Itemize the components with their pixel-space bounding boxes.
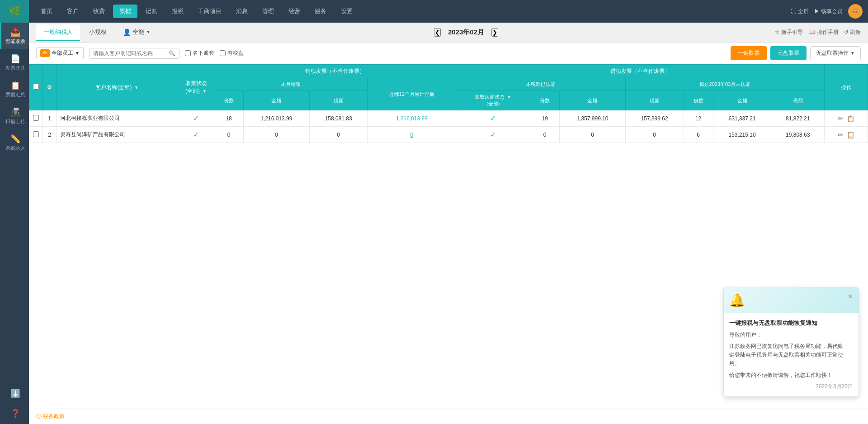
tab-all[interactable]: 👤 全能 ▼ [116,24,158,41]
cert-filter-icon: ▼ [507,95,511,100]
topnav-item-message[interactable]: 消息 [230,5,254,18]
issue-invoice-icon: 📄 [10,54,20,64]
th-sales-tax: 税额 [309,91,368,110]
scan-upload-icon: 📠 [10,107,20,117]
row-cumulative[interactable]: 0 [368,127,456,143]
prev-month-button[interactable]: ❮ [434,28,441,37]
th-checkbox[interactable] [29,65,43,110]
th-sales-monthly: 本月销项 [214,78,368,91]
topnav-item-accounting[interactable]: 记账 [139,5,164,18]
topnav-item-settings[interactable]: 设置 [335,5,359,18]
no-disk-op-dropdown-icon: ▼ [850,51,855,56]
checkbox-accounts[interactable]: 名下账套 [185,49,214,57]
notification-scroll[interactable]: 尊敬的用户： 江苏政务网已恢复访问电子税务局功能，易代账一键登陆电子税务局与无盘… [729,331,853,391]
cumulative-link[interactable]: 0 [410,132,414,138]
topnav-item-invoice[interactable]: 票据 [113,5,137,18]
accounts-checkbox[interactable] [185,50,191,56]
row-purchase-deadline-count: 12 [684,110,713,127]
sidebar-item-label: 票据汇总 [5,91,25,98]
detail-action-icon[interactable]: 📋 [846,114,855,123]
topnav-item-home[interactable]: 首页 [34,5,59,18]
sidebar-item-download[interactable]: ⬇️ [0,384,29,404]
all-tab-dropdown-icon[interactable]: ▼ [146,29,151,34]
notification-greeting: 尊敬的用户： [729,331,853,339]
next-month-button[interactable]: ❯ [491,28,498,37]
edit-action-icon[interactable]: ✏ [837,114,844,123]
topnav-item-service[interactable]: 服务 [308,5,333,18]
tax-policy-link[interactable]: ① 税务政策 [36,413,65,419]
taxdisk-checkbox[interactable] [220,50,226,56]
table-row: 2 灵寿县尚泽矿产品有限公司 ✓ 0 0 0 0 ✓ 0 0 0 6 153,2… [29,127,868,143]
th-purchase-current-period: 本税期已认证 [456,78,625,91]
row-checkbox[interactable] [29,127,43,143]
row-actions: ✏ 📋 [825,110,868,127]
th-settings-icon[interactable]: ⚙ [43,65,57,110]
filterbar: 全 全部员工 ▼ 🔍 名下账套 有税盘 一键取票 无盘取票 无盘取票操作 [29,43,868,64]
fullscreen-btn[interactable]: ⛶ 全屏 [791,8,808,15]
new-guide-btn[interactable]: ☆ 新手引导 [774,29,803,36]
row-cumulative[interactable]: 1,216,013.99 [368,110,456,127]
sidebar-item-scan-upload[interactable]: 📠 扫描上传 [0,103,29,129]
tab-small[interactable]: 小规模 [82,24,114,41]
sidebar-item-smart-collect[interactable]: 📥 智能取票 [0,23,29,49]
th-purchase-current-amount: 金额 [560,91,626,110]
topnav: 首页 客户 收费 票据 记账 报税 工商项目 消息 管理 经营 服务 设置 ⛶ … [29,0,868,23]
smart-collect-icon: 📥 [10,27,20,37]
one-click-collect-button[interactable]: 一键取票 [731,46,767,60]
topnav-item-business[interactable]: 工商项目 [192,5,228,18]
checkbox-taxdisk[interactable]: 有税盘 [220,49,244,57]
cumulative-link[interactable]: 1,216,013.99 [396,115,428,122]
topnav-item-manage[interactable]: 管理 [256,5,280,18]
topnav-item-billing[interactable]: 收费 [87,5,111,18]
customer-filter-icon: ▼ [134,85,139,90]
table-row: 1 河北柯搂栎实业有限公司 ✓ 18 1,216,013.99 158,081.… [29,110,868,127]
search-input[interactable] [93,50,167,57]
row-sales-amount: 0 [244,127,310,143]
row-sales-amount: 1,216,013.99 [244,110,310,127]
row-sales-count: 0 [214,127,244,143]
th-sales-amount: 金额 [244,91,310,110]
manual-btn[interactable]: 📖 操作手册 [808,29,838,36]
topnav-item-tax[interactable]: 报税 [165,5,190,18]
no-disk-collect-button[interactable]: 无盘取票 [770,46,807,60]
sidebar-item-label: 扫描上传 [5,118,25,125]
invoice-table: ⚙ 客户名称(全部) ▼ 取票状态(全部) ▼ 销项发票（不含作废票） 进项发票… [29,64,868,143]
row-sales-tax: 0 [309,127,368,143]
th-sales-count: 份数 [214,91,244,110]
row-checkbox[interactable] [29,110,43,127]
th-purchase-group: 进项发票（不含作废票） [456,65,825,78]
th-purchase-deadline-count: 份数 [684,91,713,110]
sidebar-item-data-entry[interactable]: ✏️ 票据录入 [0,129,29,156]
select-all-checkbox[interactable] [33,84,39,90]
sidebar-item-issue-invoice[interactable]: 📄 发票开具 [0,49,29,76]
row-index: 2 [43,127,57,143]
search-icon[interactable]: 🔍 [169,50,175,57]
th-purchase-cert-status[interactable]: 获取认证状态 ▼(全部) [456,91,530,110]
logo-icon: 🌿 [9,5,21,17]
edit-action-icon[interactable]: ✏ [837,130,844,139]
tab-general[interactable]: 一般纳税人 [36,24,80,41]
user-avatar[interactable]: 🐵 [848,4,863,19]
sidebar-logo[interactable]: 🌿 [0,0,29,23]
row-purchase-current-amount: 1,357,999.10 [560,110,626,127]
status-check-icon: ✓ [193,131,199,138]
th-collect-status[interactable]: 取票状态(全部) ▼ [178,65,214,110]
sidebar-item-help[interactable]: ❓ [0,404,29,424]
refresh-btn[interactable]: ↺ 刷新 [844,29,861,36]
th-customer-name[interactable]: 客户名称(全部) ▼ [57,65,178,110]
detail-action-icon[interactable]: 📋 [846,130,855,139]
no-disk-op-button[interactable]: 无盘取票操作 ▼ [810,46,861,60]
row-purchase-current-count: 19 [530,110,560,127]
month-navigation: ❮ 2023年02月 ❯ [160,28,773,37]
employee-select[interactable]: 全 全部员工 ▼ [36,47,84,59]
topnav-item-operation[interactable]: 经营 [282,5,307,18]
row-customer-name: 灵寿县尚泽矿产品有限公司 [57,127,178,143]
search-box[interactable]: 🔍 [89,48,179,59]
row-sales-tax: 158,081.83 [309,110,368,127]
member-btn[interactable]: ▶ 畅享会员 [814,8,843,15]
row-purchase-current-tax: 0 [625,127,684,143]
row-index: 1 [43,110,57,127]
sidebar-item-invoice-summary[interactable]: 📋 票据汇总 [0,76,29,103]
notification-close-btn[interactable]: ✕ [848,293,853,300]
topnav-item-customer[interactable]: 客户 [61,5,85,18]
